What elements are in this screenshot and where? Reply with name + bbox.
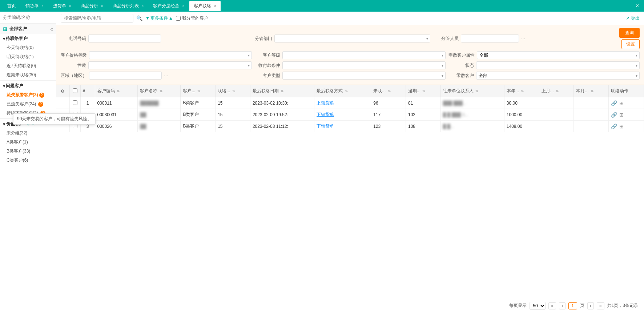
query-button[interactable]: 查询	[619, 28, 640, 38]
col-header-uncontact[interactable]: 未联... ⇅	[371, 85, 406, 97]
sidebar-collapse-btn[interactable]: «	[50, 26, 53, 32]
page-size-select[interactable]: 50	[530, 302, 546, 310]
col-settings[interactable]: ⚙	[56, 85, 69, 97]
sidebar-week[interactable]: 近7天待联络(0)	[0, 61, 56, 70]
my-customers-checkbox[interactable]	[176, 16, 181, 21]
nav-tab-sales[interactable]: 销货单 ×	[21, 1, 48, 11]
price-grade-select[interactable]	[89, 51, 252, 59]
cell-name-2: ██	[138, 121, 181, 132]
customer-type-select[interactable]	[282, 72, 446, 80]
cell-code-0: 000011	[95, 97, 138, 109]
phone-input[interactable]	[88, 35, 161, 42]
status-select[interactable]	[476, 61, 640, 69]
nature-select[interactable]	[88, 61, 252, 69]
col-header-this-month[interactable]: 本月... ⇅	[574, 85, 609, 97]
filter-search-input[interactable]	[61, 14, 133, 23]
help-icon[interactable]: ?	[39, 93, 44, 98]
sidebar-lost[interactable]: 已流失客户(24) ?	[0, 100, 56, 109]
sidebar-pending-group[interactable]: ▾ 待联络客户	[0, 34, 56, 43]
col-header-last-date[interactable]: 最后联络日期 ⇅	[250, 85, 314, 97]
sidebar-lost-warn[interactable]: 流失预警客户(3) ?	[0, 90, 56, 100]
dept-select[interactable]	[274, 35, 430, 42]
sidebar-all-customers-header[interactable]: ⊞ 全部客户 «	[0, 24, 56, 34]
action-link-icon-0[interactable]: 🔗	[611, 100, 617, 106]
person-more-btn[interactable]: ···	[521, 36, 526, 41]
customer-layer-tab-close[interactable]: ×	[182, 4, 184, 8]
nav-tab-goods-analysis[interactable]: 商品分析 ×	[76, 1, 108, 11]
first-page-btn[interactable]: «	[548, 302, 556, 309]
retail-attr-select[interactable]: 全部	[477, 51, 640, 59]
purchase-tab-close[interactable]: ×	[69, 4, 71, 8]
help-icon-lost[interactable]: ?	[38, 102, 43, 107]
goods-analysis-list-tab-close[interactable]: ×	[142, 4, 144, 8]
cell-check-0[interactable]	[69, 97, 80, 109]
col-header-name[interactable]: 客户名称 ⇅	[138, 85, 181, 97]
region-input[interactable]	[89, 72, 162, 80]
nav-tab-customer-layer[interactable]: 客户分层经营 ×	[149, 1, 189, 11]
table-header-row: ⚙ # 客户编码 ⇅ 客户名称 ⇅	[56, 85, 644, 97]
nav-tab-customer-connect[interactable]: 客户联络 ×	[189, 1, 221, 11]
prev-page-btn[interactable]: ‹	[559, 302, 565, 309]
sidebar-today[interactable]: 今天待联络(0)	[0, 43, 56, 52]
col-select-all[interactable]	[69, 85, 80, 97]
action-link-icon-1[interactable]: 🔗	[611, 112, 617, 118]
select-all-checkbox[interactable]	[73, 88, 77, 93]
action-grid-icon-2[interactable]: ⊞	[619, 123, 624, 129]
sidebar-search-input[interactable]	[3, 15, 56, 20]
adv-filter-row-3: 性质 ▾ 收付款条件 ▾ 状态	[61, 61, 640, 69]
sidebar-tomorrow[interactable]: 明天待联络(1)	[0, 52, 56, 61]
goods-analysis-tab-close[interactable]: ×	[101, 4, 103, 8]
customer-grade-select[interactable]	[282, 51, 446, 59]
payment-select[interactable]	[282, 61, 446, 69]
filter-more-btn[interactable]: ▼ 更多条件 ▲	[145, 15, 173, 21]
action-grid-icon-1[interactable]: ⊞	[619, 112, 624, 118]
export-label: 导出	[631, 15, 640, 21]
advanced-filter: 电话号码 分管部门 ▾ 分管人员 ··· 查询 设置	[56, 25, 644, 85]
main-layout: 🔍 ⊞ 全部客户 « ▾ 待联络客户 今天待联络(0) 明天待联络(1) 近7天…	[0, 12, 644, 312]
col-header-last-month[interactable]: 上月... ⇅	[539, 85, 574, 97]
sidebar-c-class[interactable]: C类客户(6)	[0, 156, 56, 165]
col-header-last-method[interactable]: 最后联络方式 ⇅	[314, 85, 371, 97]
cell-last-method-1[interactable]: 下销货单	[314, 109, 371, 121]
export-btn[interactable]: ↗ 导出	[626, 15, 640, 21]
next-page-btn[interactable]: ›	[587, 302, 594, 309]
adv-filter-row-2: 客户价格等级 ▾ 客户等级 ▾ 零散客户属性	[61, 51, 640, 59]
col-header-unit-contact[interactable]: 往来单位联系人 ⇅	[440, 85, 504, 97]
nav-tab-purchase[interactable]: 进货单 ×	[49, 1, 76, 11]
filter-icon: ▼	[145, 16, 150, 21]
cell-overdue-2: 108	[406, 121, 441, 132]
lost-group-label: 问题客户	[6, 83, 23, 89]
filter-search-button[interactable]: 🔍	[136, 15, 142, 21]
sidebar-lost-group[interactable]: ▾ 问题客户	[0, 81, 56, 90]
col-header-code[interactable]: 客户编码 ⇅	[95, 85, 138, 97]
col-header-type[interactable]: 客户... ⇅	[181, 85, 216, 97]
dept-select-wrap: ▾	[274, 35, 430, 42]
customer-connect-tab-close[interactable]: ×	[214, 4, 216, 8]
action-link-icon-2[interactable]: 🔗	[611, 123, 617, 129]
dept-label: 分管部门	[247, 36, 272, 42]
cell-last-method-0[interactable]: 下销货单	[314, 97, 371, 109]
action-grid-icon-0[interactable]: ⊞	[619, 100, 624, 106]
retail-customer-select[interactable]: 全部	[476, 72, 640, 80]
region-more-btn[interactable]: ···	[164, 73, 168, 78]
sales-tab-close[interactable]: ×	[41, 4, 44, 8]
last-page-btn[interactable]: »	[597, 302, 604, 309]
sidebar-a-class[interactable]: A类客户(1)	[0, 138, 56, 147]
filter-my-customers[interactable]: 我分管的客户	[176, 15, 208, 21]
nav-tab-goods-analysis-list[interactable]: 商品分析列表 ×	[108, 1, 148, 11]
col-header-overdue[interactable]: 逾期... ⇅	[406, 85, 441, 97]
window-close-btn[interactable]: ×	[633, 3, 641, 9]
cell-last-method-2[interactable]: 下销货单	[314, 121, 371, 132]
col-header-contact[interactable]: 联络... ⇅	[216, 85, 250, 97]
sort-uncontact-icon: ⇅	[388, 89, 391, 93]
sidebar-ungroup[interactable]: 未分组(32)	[0, 129, 56, 138]
customer-grade-select-wrap: ▾	[282, 51, 446, 59]
person-input[interactable]	[461, 35, 519, 42]
settings-icon[interactable]: ⚙	[61, 89, 65, 94]
setting-button[interactable]: 设置	[621, 39, 640, 49]
sidebar-overdue[interactable]: 逾期未联络(30)	[0, 70, 56, 80]
col-header-this-year[interactable]: 本年... ⇅	[504, 85, 539, 97]
nav-tab-home[interactable]: 首页	[3, 1, 20, 11]
sidebar-b-class[interactable]: B类客户(33)	[0, 147, 56, 156]
table-container: ⚙ # 客户编码 ⇅ 客户名称 ⇅	[56, 85, 644, 299]
